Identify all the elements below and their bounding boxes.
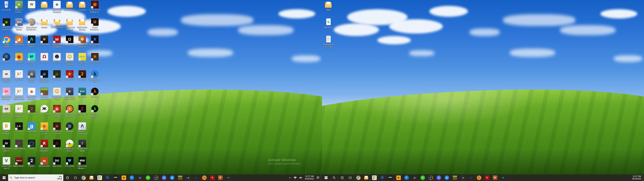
cortana-button[interactable] <box>64 174 72 181</box>
taskbar-app-davinci-resolve[interactable]: ∴ <box>192 174 200 181</box>
desktop-icon-grand-theft-auto-iii[interactable]: III↗Grand Theft Auto III <box>0 70 13 82</box>
desktop-icon-oracle-vm-virtualbox[interactable]: ❖↗Oracle VM VirtualBox <box>51 1 64 13</box>
desktop-icon-openrct2-launcher[interactable]: ◈↗OpenRCT2 Launcher <box>25 88 38 100</box>
taskbar-app-cyan-bo-app[interactable]: ∞ <box>499 174 507 181</box>
desktop-icon-s-t-a-l-k-e-r-shadow-of[interactable]: ☢↗S.T.A.L.K.E.R. Shadow of... <box>88 1 101 13</box>
taskbar-app-epic-games[interactable]: EPIC <box>386 174 394 181</box>
desktop-icon-doom-3[interactable]: ☆↗DOOM 3 <box>51 140 64 150</box>
desktop-icon-geforce-experience[interactable]: ◉↗GeForce Experience <box>0 18 13 31</box>
desktop-icon-doom-ii-hell-on-earth[interactable]: ☠↗DOOM II Hell on Earth <box>51 122 64 135</box>
taskbar-app-escape-from-tarkov[interactable]: ※ <box>216 174 224 181</box>
taskbar-app-microsoft-store[interactable] <box>96 174 104 181</box>
taskbar-app-file-explorer[interactable] <box>362 174 370 181</box>
taskbar-app-obs-studio[interactable]: ◔ <box>459 174 467 181</box>
desktop-icon-fallout3-exe-shortcut[interactable]: ☺↗Fallout3.exe - Shortcut <box>63 53 76 65</box>
desktop-icon-assassin-s-creed-unity[interactable]: Λ↗Assassin's Creed Unity <box>76 122 88 135</box>
desktop-icon-plants-vs-zombies[interactable]: ✻↗Plants vs. Zombies ... <box>12 1 25 13</box>
desktop-icon-portal[interactable]: ◯↗Portal <box>25 140 38 150</box>
desktop-icon-deathloop[interactable]: ∞↗DEATHLOOP <box>38 157 51 167</box>
desktop-icon-counter-str-source[interactable]: +↗Counter-Str... Source <box>63 140 76 152</box>
desktop-icon-left-4-dead-2[interactable]: 2↗Left 4 Dead 2 <box>25 105 38 115</box>
task-view-button[interactable] <box>346 174 354 181</box>
volume-indicator[interactable] <box>298 174 304 181</box>
taskbar-app-discord[interactable]: ☺ <box>435 174 443 181</box>
desktop-icon-escape-from-tarkov[interactable]: T↗Escape From Tarkov <box>76 140 88 152</box>
desktop-icon-quake-ii-rtx[interactable]: Q↗Quake II RTX <box>63 36 76 46</box>
taskbar-app-headphones-audio-app[interactable]: ∩ <box>475 174 483 181</box>
desktop-icon-minecraft-launcher[interactable]: ↗Minecraft Launcher <box>38 88 51 100</box>
taskbar-app-discord[interactable]: ☺ <box>160 174 168 181</box>
taskbar-app-cyan-bo-app[interactable]: ∞ <box>224 174 232 181</box>
desktop-icon-grand-theft-auto-san[interactable]: SA↗Grand Theft Auto San ... <box>0 105 13 117</box>
desktop-icon-battlefield-2042[interactable]: BF↗Battlefield™ 2042 <box>25 53 38 65</box>
taskbar-app-minecraft[interactable] <box>176 174 184 181</box>
desktop-icon-logonsoun[interactable]: SLogonSoun... <box>322 18 335 28</box>
desktop-icon-l-a-noire[interactable]: L.A.↗L.A. Noire <box>12 122 25 132</box>
desktop-icon-assassin-s-creed-v[interactable]: Λ↗Assassin's Creed V... <box>25 36 38 48</box>
taskbar-app-battle-net[interactable]: ✦ <box>128 174 136 181</box>
taskbar-app-obs-studio[interactable]: ◔ <box>184 174 192 181</box>
taskbar-app-battle-net[interactable]: ✦ <box>402 174 410 181</box>
taskbar-app-file-explorer[interactable] <box>88 174 96 181</box>
desktop-icon-game-dev-tycoon[interactable]: ◉↗Game Dev Tycoon <box>38 122 51 135</box>
start-button[interactable] <box>322 174 330 181</box>
desktop-icon-unreal-tourname[interactable]: U↗Unreal Tourname... <box>88 18 101 31</box>
desktop-icon-steam[interactable]: ☉↗Steam <box>0 53 13 63</box>
desktop-icon-simcity-4-deluxe[interactable]: SC4↗SimCity 4 Deluxe <box>12 18 25 31</box>
taskbar-app-ubisoft-connect[interactable]: ◎ <box>136 174 144 181</box>
taskbar-app-rockstar-games[interactable]: R <box>120 174 128 181</box>
taskbar-app-red-lightning-app[interactable]: ϟ <box>208 174 216 181</box>
desktop-icon-among-us[interactable]: ●↗Among Us <box>12 53 25 63</box>
desktop-icon-half-life-2[interactable]: λ²↗Half-Life 2 <box>12 70 25 80</box>
desktop-icon-watch-dogs[interactable]: Ж↗Watch_Dogs <box>38 105 51 115</box>
taskbar-app-davinci-resolve[interactable]: ∴ <box>467 174 475 181</box>
desktop-icon-call-of-duty-black-ops[interactable]: ☠↗Call of Duty Black Ops <box>38 70 51 82</box>
desktop-icon-grand-theft-auto-v[interactable]: V↗Grand Theft Auto V <box>0 157 13 170</box>
desktop-icon-tom-clancy-s-the-division[interactable]: ✦↗Tom Clancy's The Division <box>63 105 76 117</box>
task-view-button[interactable] <box>72 174 80 181</box>
desktop-icon-black-mesa[interactable]: ◕↗Black Mesa <box>12 36 25 46</box>
search-highlights-icon[interactable]: ✦ <box>57 176 62 180</box>
taskbar-app-steam[interactable]: ☉ <box>104 174 112 181</box>
desktop-icon-dying-light-2[interactable]: 2↗Dying Light 2 <box>76 105 88 115</box>
desktop-icon-recycle-bin[interactable]: ♻Recycle Bin <box>0 1 13 11</box>
show-desktop-button[interactable] <box>643 174 644 181</box>
desktop-icon-gta-v-mods[interactable]: GTA V Mods <box>63 1 76 11</box>
taskbar-app-green-y-app[interactable]: Y <box>144 174 152 181</box>
desktop-icon-team-fortress-2[interactable]: ✱↗Team Fortress 2 <box>88 53 101 65</box>
show-desktop-button[interactable] <box>321 174 322 181</box>
desktop-icon-deus-ex-game-of-t[interactable]: X↗Deus Ex Game of t... <box>88 36 101 48</box>
desktop-icon-half-life-2-episode-two[interactable]: λ²↗Half-Life 2 Episode Two <box>12 105 25 117</box>
desktop-icon-escape-from-tarkov-sp[interactable]: ※↗Escape From Tarkov SP <box>76 36 88 48</box>
desktop-icon-fallout-new-vegas[interactable]: ☺↗Fallout New Vegas <box>51 88 64 100</box>
desktop-icon-max-payne[interactable]: ☻↗Max Payne <box>51 53 64 63</box>
taskbar-app-nordvpn[interactable]: ▲ <box>443 174 451 181</box>
desktop-icon-grand-theft-auto-vice[interactable]: VC↗Grand Theft Auto Vice... <box>0 88 13 100</box>
desktop-icon-ghostwire-tokyo[interactable]: G↗Ghostwire Tokyo <box>25 70 38 82</box>
taskbar-app-google-chrome[interactable] <box>354 174 362 181</box>
desktop-icon-ironsight[interactable]: ◎↗Ironsight <box>63 122 76 132</box>
desktop-icon-duke-nukem-3d-20th-an[interactable]: ☢↗Duke Nukem 3D 20th An... <box>25 18 38 31</box>
taskbar-app-minecraft[interactable] <box>451 174 459 181</box>
clock[interactable]: 11:27 AM 8/10/2022 <box>304 175 315 180</box>
desktop-icon-the-ultimate-doom[interactable]: ◉↗The Ultimate DOOM <box>51 105 64 117</box>
taskbar-app-icue[interactable]: ⓘ <box>427 174 435 181</box>
taskbar-app-epic-games[interactable]: EPIC <box>112 174 120 181</box>
clock[interactable]: 11:27 AM 8/10/2022 <box>631 175 643 180</box>
taskbar-app-nordvpn[interactable]: ▲ <box>168 174 176 181</box>
desktop-icon-doom-rtx[interactable]: ✚↗Doom RTX <box>63 70 76 80</box>
taskbar-app-rockstar-games[interactable]: R <box>394 174 402 181</box>
desktop-icon-far-cry-3[interactable]: FC3↗Far Cry 3 <box>76 88 88 98</box>
desktop-icon-rdr2-mods-backup[interactable]: RDR2 Mods Backup <box>76 18 88 31</box>
taskbar-app-steam[interactable]: ☉ <box>378 174 386 181</box>
taskbar-app-red-lightning-app[interactable]: ϟ <box>483 174 491 181</box>
desktop-icon-google-chrome[interactable]: ↗Google Chrome <box>0 36 13 48</box>
desktop-icon-half-life-opposi[interactable]: λ↗Half-Life Opposi... <box>88 105 101 117</box>
desktop-icon-bully-scholarsh[interactable]: B↗Bully Scholarsh... <box>0 122 13 135</box>
taskbar-app-escape-from-tarkov[interactable]: ※ <box>491 174 499 181</box>
desktop-icon-the-forest[interactable]: ☠↗The Forest <box>51 70 64 80</box>
desktop-icon-call-of-duty-world-at-war[interactable]: ★↗Call of Duty World at War <box>63 88 76 100</box>
desktop-icon-gta-sa-mod-backups[interactable]: GTA SA Mod Backups <box>63 18 76 31</box>
hidden-icons-chevron[interactable] <box>288 174 292 181</box>
desktop-icon-garry-s-mod[interactable]: g↗Garry's Mod <box>25 122 38 132</box>
